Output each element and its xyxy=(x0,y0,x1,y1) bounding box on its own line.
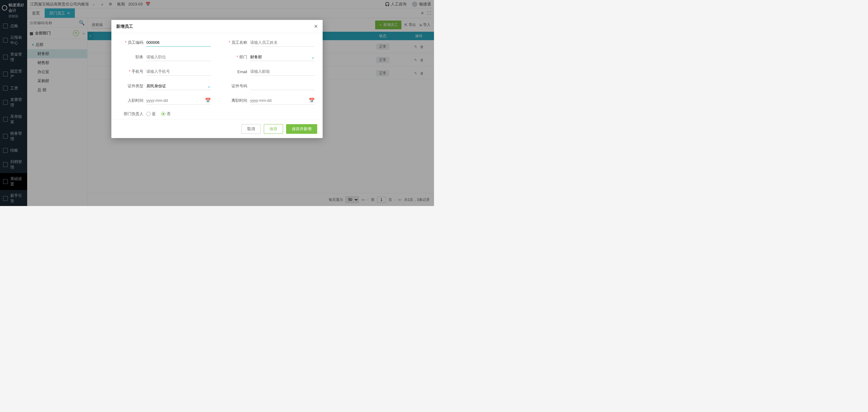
close-icon[interactable]: ✕ xyxy=(314,24,318,29)
field-phone: 手机号 xyxy=(119,68,211,76)
add-staff-modal: 新增员工 ✕ 员工编码 员工名称 职务 部门 ⌄ 手机号 Email 证件类型 xyxy=(112,20,322,138)
dept-label: 部门 xyxy=(223,54,250,60)
calendar-icon[interactable]: 📅 xyxy=(309,97,315,103)
field-name: 员工名称 xyxy=(223,39,315,47)
leave-date-input[interactable] xyxy=(250,98,315,103)
calendar-icon[interactable]: 📅 xyxy=(205,97,211,103)
save-button[interactable]: 保存 xyxy=(264,124,283,134)
modal-header: 新增员工 ✕ xyxy=(112,20,322,33)
field-dept: 部门 ⌄ xyxy=(223,53,315,61)
modal-body: 员工编码 员工名称 职务 部门 ⌄ 手机号 Email 证件类型 ⌄ 证件号码 xyxy=(112,33,322,120)
field-idno: 证件号码 xyxy=(223,82,315,90)
field-code: 员工编码 xyxy=(119,39,211,47)
leave-label: 离职时间 xyxy=(223,98,250,103)
field-email: Email xyxy=(223,68,315,76)
email-label: Email xyxy=(223,69,250,74)
save-and-new-button[interactable]: 保存并新增 xyxy=(286,124,317,134)
code-label: 员工编码 xyxy=(119,40,146,45)
idtype-select[interactable] xyxy=(146,84,211,88)
chevron-down-icon[interactable]: ⌄ xyxy=(311,54,315,60)
code-input[interactable] xyxy=(146,40,211,45)
job-label: 职务 xyxy=(119,54,146,60)
field-manager: 部门负责人 是 否 xyxy=(119,111,315,117)
chevron-down-icon[interactable]: ⌄ xyxy=(207,83,211,89)
email-input[interactable] xyxy=(250,69,315,74)
idno-label: 证件号码 xyxy=(223,83,250,89)
phone-input[interactable] xyxy=(146,69,211,74)
field-idtype: 证件类型 ⌄ xyxy=(119,82,211,90)
modal-footer: 取消 保存 保存并新增 xyxy=(112,120,322,138)
hire-date-input[interactable] xyxy=(146,98,211,103)
idno-input[interactable] xyxy=(250,84,315,88)
modal-title: 新增员工 xyxy=(116,24,133,29)
field-hire: 入职时间 📅 xyxy=(119,97,211,105)
idtype-label: 证件类型 xyxy=(119,83,146,89)
radio-yes[interactable]: 是 xyxy=(146,111,156,117)
field-leave: 离职时间 📅 xyxy=(223,97,315,105)
field-job: 职务 xyxy=(119,53,211,61)
radio-icon xyxy=(146,112,151,116)
dept-select[interactable] xyxy=(250,55,315,59)
manager-label: 部门负责人 xyxy=(119,111,146,117)
name-input[interactable] xyxy=(250,40,315,45)
name-label: 员工名称 xyxy=(223,40,250,45)
radio-icon xyxy=(161,112,165,116)
radio-no[interactable]: 否 xyxy=(161,111,170,117)
hire-label: 入职时间 xyxy=(119,98,146,103)
cancel-button[interactable]: 取消 xyxy=(242,124,261,134)
job-input[interactable] xyxy=(146,55,211,59)
phone-label: 手机号 xyxy=(119,69,146,74)
